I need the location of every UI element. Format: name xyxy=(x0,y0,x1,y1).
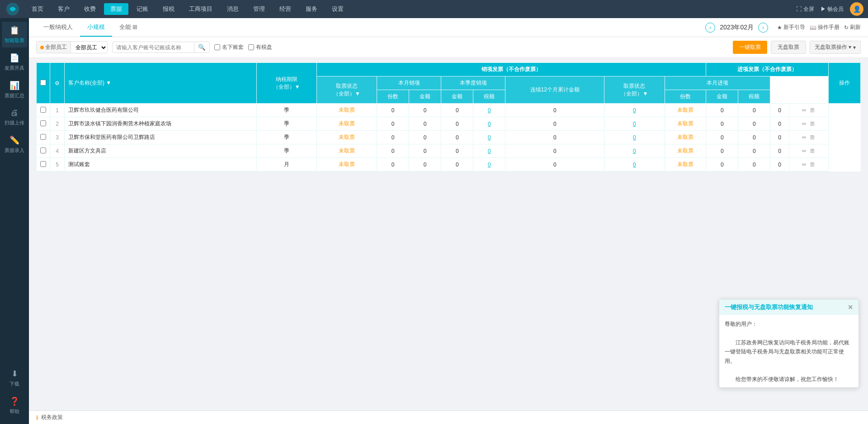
row-no: 4 xyxy=(50,144,65,158)
dropdown-chevron-icon: ▾ xyxy=(853,44,856,51)
row-detail-icon[interactable]: 🖹 xyxy=(810,148,815,154)
nav-item-home[interactable]: 首页 xyxy=(25,3,50,15)
checkbox-taxdisk[interactable]: 有税盘 xyxy=(248,43,272,51)
nav-item-operation[interactable]: 经营 xyxy=(273,3,297,15)
table-row: 5 测试账套 月 未取票 0 0 0 0 0 0 未取票 0 0 0 ✏ 🖹 xyxy=(37,158,861,172)
row-in-month-amount: 0 xyxy=(738,158,770,172)
manual-btn[interactable]: 📖 操作手册 xyxy=(810,24,840,31)
select-all-checkbox[interactable] xyxy=(40,80,46,86)
new-guide-btn[interactable]: ★ 新手引导 xyxy=(777,24,805,31)
row-edit-icon[interactable]: ✏ xyxy=(802,148,807,154)
search-btn[interactable]: 🔍 xyxy=(194,42,209,52)
th-out-quarter-amount: 金额 xyxy=(441,90,473,104)
row-checkbox[interactable] xyxy=(40,148,46,153)
row-detail-icon[interactable]: 🖹 xyxy=(810,107,815,114)
th-period: 纳税期限（全部）▼ xyxy=(256,63,316,104)
row-checkbox[interactable] xyxy=(40,120,46,126)
nav-item-settings[interactable]: 设置 xyxy=(326,3,350,15)
row-out-month-count: 0 xyxy=(377,158,409,172)
sidebar-item-summary[interactable]: 📊 票据汇总 xyxy=(2,77,27,103)
row-out-quarter-tax: 0 xyxy=(505,144,604,158)
diskless-ticket-btn[interactable]: 无盘取票 xyxy=(771,41,806,54)
top-nav-items: 首页 客户 收费 票据 记账 报税 工商项目 消息 管理 经营 服务 设置 xyxy=(25,3,796,15)
period-next-btn[interactable]: › xyxy=(758,23,768,33)
row-checkbox[interactable] xyxy=(40,161,46,167)
sidebar-item-scan[interactable]: 🖨 扫描上传 xyxy=(2,105,27,130)
notification-title: 一键报税与无盘取票功能恢复通知 xyxy=(725,303,813,311)
employee-filter-wrap: 全部员工 全部员工 xyxy=(36,41,108,53)
row-out-month-amount: 0 xyxy=(409,117,441,131)
header-actions: ★ 新手引导 📖 操作手册 ↻ 刷新 xyxy=(777,24,861,31)
subaccount-checkbox[interactable] xyxy=(214,44,220,50)
row-period: 季 xyxy=(256,144,316,158)
sidebar-item-label-issue: 发票开具 xyxy=(5,65,24,71)
nav-item-message[interactable]: 消息 xyxy=(221,3,245,15)
row-actions: ✏ 🖹 xyxy=(789,144,828,158)
nav-item-invoice[interactable]: 票据 xyxy=(104,3,128,15)
row-edit-icon[interactable]: ✏ xyxy=(802,134,807,141)
tab-all[interactable]: 全能 ⊞ xyxy=(112,19,145,37)
one-click-ticket-btn[interactable]: 一键取票 xyxy=(733,41,767,54)
period-prev-btn[interactable]: ‹ xyxy=(705,23,715,33)
info-icon: ℹ xyxy=(36,414,38,421)
notification-popup: 一键报税与无盘取票功能恢复通知 ✕ 尊敬的用户： 江苏政务网已恢复访问电子税务局… xyxy=(719,299,859,388)
fullscreen-btn[interactable]: ⛶ 全屏 xyxy=(796,5,814,13)
toolbar-right: 一键取票 无盘取票 无盘取票操作 ▾ ▾ xyxy=(733,41,861,54)
search-wrap: 🔍 xyxy=(112,42,210,53)
sidebar-item-help[interactable]: ❓ 帮助 xyxy=(2,393,27,419)
row-checkbox[interactable] xyxy=(40,107,46,113)
tab-general-taxpayer[interactable]: 一般纳税人 xyxy=(36,19,80,37)
period-nav: ‹ 2023年02月 › xyxy=(705,23,768,33)
sidebar-item-issue[interactable]: 📄 发票开具 xyxy=(2,49,27,75)
row-checkbox[interactable] xyxy=(40,134,46,140)
row-in-month-tax: 0 xyxy=(770,117,789,131)
row-out-status: 未取票 xyxy=(316,104,377,117)
row-checkbox-cell xyxy=(37,117,50,131)
row-edit-icon[interactable]: ✏ xyxy=(802,121,807,127)
nav-item-management[interactable]: 管理 xyxy=(247,3,271,15)
row-out-month-count: 0 xyxy=(377,104,409,117)
checkbox-subaccount[interactable]: 名下账套 xyxy=(214,43,244,51)
employee-select[interactable]: 全部员工 xyxy=(71,42,107,53)
row-edit-icon[interactable]: ✏ xyxy=(802,162,807,168)
row-in-month-amount: 0 xyxy=(738,117,770,131)
row-year-total: 0 xyxy=(604,117,665,131)
diskless-operation-btn[interactable]: 无盘取票操作 ▾ ▾ xyxy=(810,41,861,54)
sidebar-item-smart-invoice[interactable]: 📋 智能取票 xyxy=(2,22,27,48)
nav-item-billing[interactable]: 收费 xyxy=(78,3,102,15)
taxdisk-checkbox[interactable] xyxy=(248,44,254,50)
notification-body: 尊敬的用户： 江苏政务网已恢复访问电子税务局功能，易代账一键登陆电子税务局与无盘… xyxy=(719,315,859,387)
row-out-quarter-tax: 0 xyxy=(505,131,604,144)
row-in-status: 未取票 xyxy=(665,117,706,131)
row-period: 月 xyxy=(256,158,316,172)
nav-item-business[interactable]: 工商项目 xyxy=(183,3,219,15)
row-detail-icon[interactable]: 🖹 xyxy=(810,121,815,127)
row-out-month-count: 0 xyxy=(377,131,409,144)
row-out-status: 未取票 xyxy=(316,117,377,131)
row-detail-icon[interactable]: 🖹 xyxy=(810,134,815,141)
th-in-month-tax: 税额 xyxy=(738,90,770,104)
sidebar-bottom: ⬇ 下载 ❓ 帮助 xyxy=(0,365,29,424)
tax-policy-link[interactable]: 税务政策 xyxy=(41,414,63,421)
download-icon: ⬇ xyxy=(11,369,18,379)
row-edit-icon[interactable]: ✏ xyxy=(802,107,807,114)
row-in-month-tax: 0 xyxy=(770,158,789,172)
sidebar-item-entry[interactable]: ✏️ 票据录入 xyxy=(2,132,27,157)
row-out-month-amount: 0 xyxy=(409,104,441,117)
tab-small-scale[interactable]: 小规模 xyxy=(80,19,112,37)
sidebar-item-download[interactable]: ⬇ 下载 xyxy=(2,365,27,391)
notification-close-btn[interactable]: ✕ xyxy=(848,304,853,311)
vip-btn[interactable]: ▶ 畅会员 xyxy=(821,5,844,13)
row-no: 1 xyxy=(50,104,65,117)
nav-item-client[interactable]: 客户 xyxy=(52,3,76,15)
avatar[interactable]: 👤 xyxy=(850,2,863,16)
nav-item-service[interactable]: 服务 xyxy=(299,3,324,15)
row-period: 季 xyxy=(256,131,316,144)
row-detail-icon[interactable]: 🖹 xyxy=(810,162,815,168)
nav-item-tax[interactable]: 报税 xyxy=(156,3,181,15)
row-in-month-count: 0 xyxy=(706,158,738,172)
nav-item-bookkeeping[interactable]: 记账 xyxy=(130,3,155,15)
refresh-btn[interactable]: ↻ 刷新 xyxy=(844,24,861,31)
search-input[interactable] xyxy=(113,43,194,52)
th-operation: 操作 xyxy=(828,63,860,104)
